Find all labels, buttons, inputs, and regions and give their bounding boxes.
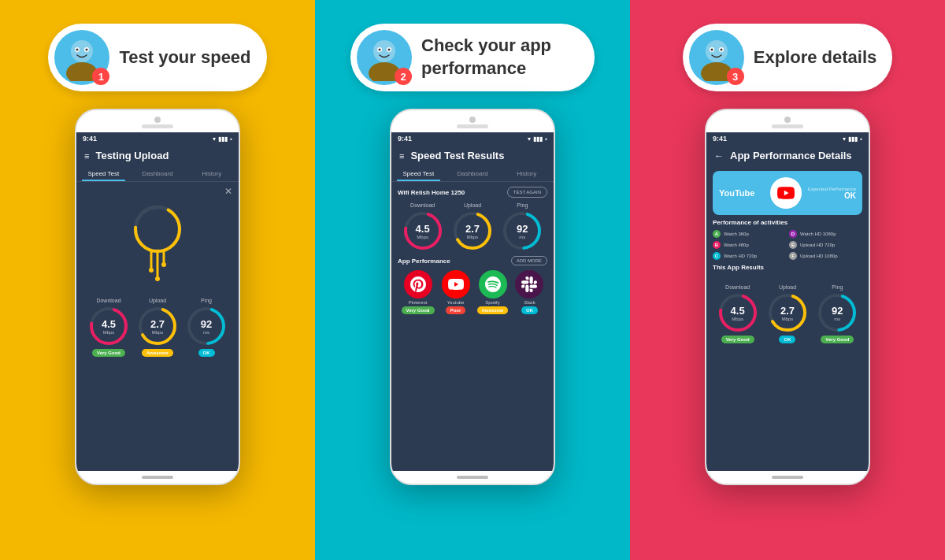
status-bar-3: 9:41 ▾ ▮▮▮ ▪ (706, 132, 869, 145)
tab-dashboard-2[interactable]: Dashboard (446, 166, 500, 181)
screen-2: 9:41 ▾ ▮▮▮ ▪ ≡ Speed Test Results Speed … (391, 132, 554, 471)
activity-dot-0: A (713, 230, 721, 238)
youtube-label-2: Youtube (447, 300, 465, 305)
wifi-icon-1: ▾ (213, 135, 216, 143)
screen-1: 9:41 ▾ ▮▮▮ ▪ ≡ Testing Upload Speed Test… (76, 132, 239, 471)
upload-badge-1: Awesome (142, 349, 173, 357)
avatar-wrap-1: 1 (54, 30, 109, 85)
status-bar-1: 9:41 ▾ ▮▮▮ ▪ (76, 132, 239, 145)
home-indicator-1 (142, 476, 173, 479)
ping-stat-1: Ping 92 ms OK (186, 298, 227, 357)
activity-5: F Upload HD 1080p (789, 252, 862, 260)
download-label-1: Download (96, 298, 120, 303)
status-icons-1: ▾ ▮▮▮ ▪ (213, 135, 232, 143)
status-icons-2: ▾ ▮▮▮ ▪ (528, 135, 547, 143)
app-icons-row: Pinterest Very Good Youtube Poor (398, 270, 547, 317)
step-bubble-1: 1 Test your speed (48, 24, 266, 91)
upload-label-2: Upload (464, 202, 481, 208)
app-perf-title: App Performance (398, 258, 450, 265)
wifi-name: Wifi Relish Home 1250 (398, 189, 465, 196)
activities-grid: A Watch 360p D Watch HD 1080p B Watch 48… (713, 230, 862, 260)
time-3: 9:41 (713, 135, 727, 143)
app-pinterest: Pinterest Very Good (402, 270, 435, 314)
tab-speed-1[interactable]: Speed Test (76, 166, 131, 181)
screen1-content: ✕ (76, 182, 239, 471)
test-again-button[interactable]: TEST AGAIN (507, 187, 547, 198)
signal-icon-3: ▮▮▮ (848, 135, 858, 143)
tab-history-2[interactable]: History (499, 166, 554, 181)
slack-badge: OK (521, 306, 538, 314)
battery-icon-2: ▪ (545, 135, 547, 143)
activity-dot-2: B (713, 241, 721, 249)
download-value-1: 4.5 Mbps (102, 318, 116, 335)
ping-label-1: Ping (201, 298, 212, 303)
ping-value-2: 92 ms (517, 223, 528, 239)
screen-3: 9:41 ▾ ▮▮▮ ▪ ← App Performance Details Y… (706, 132, 869, 471)
svg-point-11 (149, 268, 154, 273)
upload-gauge-2: 2.7 Mbps (452, 210, 493, 251)
speedometer (126, 202, 189, 288)
panel-3: 3 Explore details 9:41 ▾ ▮▮▮ ▪ ← App Per… (630, 0, 945, 560)
status-bar-2: 9:41 ▾ ▮▮▮ ▪ (391, 132, 554, 145)
svg-point-36 (710, 49, 713, 51)
this-app-results-title: This App Results (713, 264, 862, 271)
ping-label-2: Ping (517, 202, 528, 208)
app-spotify: Spotify Awesome (477, 270, 509, 314)
upload-stat-1: Upload 2.7 Mbps Awesome (137, 298, 178, 357)
drip-animation (126, 202, 189, 288)
spotify-icon (479, 270, 507, 299)
step-number-2: 2 (395, 68, 412, 85)
ping-col-2: Ping 92 ms (502, 202, 543, 251)
download-col-2: Download 4.5 Mbps (402, 202, 443, 251)
screen2-content: Wifi Relish Home 1250 TEST AGAIN Downloa… (391, 182, 554, 471)
spotify-label: Spotify (485, 300, 499, 305)
app-youtube: Youtube Poor (442, 270, 470, 314)
youtube-icon-2 (442, 270, 470, 299)
download-label-2: Download (410, 202, 435, 208)
battery-icon-1: ▪ (230, 135, 232, 143)
download-label-3: Download (725, 284, 750, 290)
upload-value-1: 2.7 Mbps (150, 318, 165, 335)
ping-gauge-2: 92 ms (502, 210, 543, 251)
menu-icon-2: ≡ (399, 151, 404, 161)
tab-history-1[interactable]: History (184, 166, 239, 181)
upload-col-2: Upload 2.7 Mbps (452, 202, 493, 251)
activity-label-1: Watch HD 1080p (800, 232, 836, 236)
wifi-icon-2: ▾ (528, 135, 531, 143)
phone-1: 9:41 ▾ ▮▮▮ ▪ ≡ Testing Upload Speed Test… (75, 109, 240, 485)
svg-point-5 (86, 49, 88, 51)
speaker-2 (457, 124, 488, 128)
tab-dashboard-1[interactable]: Dashboard (131, 166, 185, 181)
svg-point-4 (76, 49, 79, 51)
status-icons-3: ▾ ▮▮▮ ▪ (843, 135, 862, 143)
screen3-content: YouTube Expected Performance OK Performa… (706, 166, 869, 471)
youtube-name: YouTube (719, 188, 764, 198)
download-value-3: 4.5 Mbps (731, 305, 745, 321)
upload-stat-3: Upload 2.7 Mbps OK (767, 284, 808, 343)
avatar-wrap-2: 2 (357, 30, 412, 85)
tab-speed-2[interactable]: Speed Test (391, 166, 446, 181)
back-icon-3[interactable]: ← (714, 150, 724, 161)
wifi-row: Wifi Relish Home 1250 TEST AGAIN (398, 187, 547, 198)
app-slack: Slack OK (515, 270, 543, 314)
step-title-3: Explore details (754, 46, 877, 69)
svg-point-13 (161, 262, 166, 267)
svg-point-32 (706, 40, 728, 62)
expected-perf: Expected Performance OK (808, 187, 856, 200)
battery-icon-3: ▪ (860, 135, 862, 143)
svg-point-20 (373, 40, 395, 62)
download-gauge-3: 4.5 Mbps (717, 292, 758, 333)
speaker-3 (772, 124, 803, 128)
close-icon-1[interactable]: ✕ (224, 186, 232, 197)
stats-row-3: Download 4.5 Mbps Very Good (713, 284, 862, 343)
add-more-button[interactable]: ADD MORE (511, 256, 547, 265)
signal-icon-1: ▮▮▮ (218, 135, 228, 143)
stats-row-1: Download 4.5 Mbps Very Good (84, 298, 231, 357)
ping-label-3: Ping (832, 284, 843, 290)
svg-point-0 (71, 40, 93, 62)
ping-value-1: 92 ms (201, 318, 212, 335)
step-number-3: 3 (727, 68, 744, 85)
download-stat-3: Download 4.5 Mbps Very Good (717, 284, 758, 343)
spotify-badge: Awesome (477, 306, 509, 314)
pinterest-icon (404, 270, 432, 299)
